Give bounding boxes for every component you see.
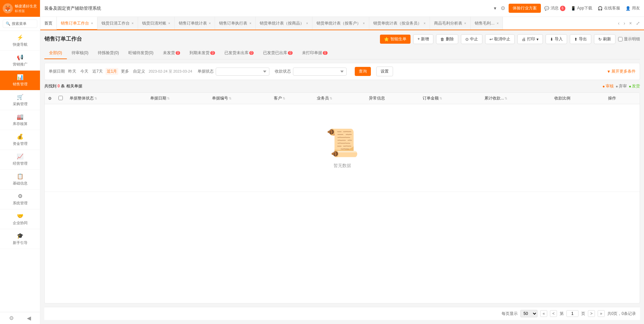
sidebar-item-enterprise[interactable]: 🤝企业协同	[0, 209, 40, 229]
sidebar-item-inventory[interactable]: 🏭库存核算	[0, 110, 40, 130]
th-collected-sortable[interactable]: 累计收款... ⇅	[484, 95, 548, 101]
tab-close-cash-reconcile[interactable]: ×	[168, 22, 170, 25]
subtab-wangpu-ship[interactable]: 旺铺待发货(0)	[124, 47, 158, 59]
sidebar-item-guide[interactable]: 🎓新手引导	[0, 229, 40, 249]
sidebar-item-sales[interactable]: 📊销售管理	[0, 71, 40, 90]
print-button[interactable]: 🖨 打印 ▾	[517, 34, 543, 44]
show-detail-checkbox[interactable]	[618, 37, 622, 41]
sidebar-item-system[interactable]: ⚙系统管理	[0, 190, 40, 209]
subtab-unshipped[interactable]: 未发货0	[158, 47, 185, 59]
status-select[interactable]	[216, 68, 269, 76]
date-btn-7days[interactable]: 近7天	[91, 68, 104, 75]
app-title-dropdown[interactable]: ▼	[493, 6, 497, 11]
first-page-button[interactable]: «	[540, 310, 547, 317]
th-customer-sortable[interactable]: 客户 ⇅	[274, 95, 310, 101]
sidebar-item-basic-info[interactable]: 📋基础信息	[0, 170, 40, 190]
date-btn-1month[interactable]: 近1月	[105, 68, 119, 75]
tab-sales-workbench[interactable]: 销售订单工作台×	[57, 17, 97, 30]
sidebar-item-quick-nav[interactable]: ⚡快捷导航	[0, 31, 40, 51]
th-staff-sortable[interactable]: 业务员 ⇅	[317, 95, 362, 101]
date-filter-label: 单据日期	[49, 69, 65, 74]
th-date-sortable[interactable]: 单据日期 ⇅	[150, 95, 205, 101]
subtab-unprinted[interactable]: 未打印单据0	[297, 47, 332, 59]
tab-sales-stats-product[interactable]: 销货单统计表（按商品）×	[256, 17, 312, 30]
refresh-button[interactable]: ↻ 刷新	[594, 34, 615, 44]
sidebar-item-purchase[interactable]: 🛒采购管理	[0, 90, 40, 110]
topbar-settings-icon[interactable]: ⚙	[501, 5, 505, 11]
smart-create-button[interactable]: ⭐ 智能生单	[380, 35, 411, 44]
tab-sales-more[interactable]: 销售毛利…×	[471, 17, 503, 30]
sidebar-item-finance[interactable]: 💰资金管理	[0, 130, 40, 150]
search-menu-button[interactable]: 🔍 搜索菜单	[3, 19, 37, 28]
tab-close-sales-stats[interactable]: ×	[209, 22, 211, 25]
th-amount-sortable[interactable]: 订单金额 ⇅	[423, 95, 478, 101]
industry-solution-button[interactable]: 体验行业方案	[509, 4, 541, 13]
payment-select[interactable]	[293, 68, 347, 76]
select-all-checkbox[interactable]	[58, 96, 63, 100]
online-service-item[interactable]: 🎧 在线客服	[598, 5, 620, 11]
sidebar-bottom: ⚙ ◀	[0, 312, 40, 324]
delete-button[interactable]: 🗑 删除	[436, 34, 458, 44]
message-item[interactable]: 💬 消息 6	[544, 5, 565, 11]
tab-profit-analysis[interactable]: 商品毛利分析表×	[430, 17, 471, 30]
ship-action-button[interactable]: ● 发货	[629, 83, 640, 89]
tab-close-sales-stats-staff[interactable]: ×	[424, 22, 426, 25]
subtab-pending-inspect[interactable]: 待拣验货(0)	[93, 47, 124, 59]
review-action-button[interactable]: ● 审核	[602, 83, 613, 89]
th-settings[interactable]: ⚙	[45, 93, 55, 104]
user-item[interactable]: 👤 用友	[626, 5, 640, 11]
last-page-button[interactable]: »	[598, 310, 605, 317]
subtab-all[interactable]: 全部(0)	[44, 47, 67, 59]
subtab-pending-review[interactable]: 待审核(0)	[67, 47, 93, 59]
tab-cash-reconcile[interactable]: 钱货日清对账×	[138, 17, 175, 30]
settings-filter-button[interactable]: 设置	[376, 67, 393, 76]
cancel-stop-button[interactable]: ↩ 取消中止	[485, 34, 515, 44]
tab-scroll-right-button[interactable]: ›	[622, 20, 627, 27]
date-btn-custom[interactable]: 自定义	[132, 68, 146, 75]
tab-close-all-button[interactable]: ×	[628, 20, 633, 27]
search-button[interactable]: 查询	[355, 67, 371, 76]
subtab-overdue-unshipped[interactable]: 到期未发货0	[185, 47, 220, 59]
tab-fullscreen-button[interactable]: ⤢	[635, 20, 641, 27]
tab-home[interactable]: 首页	[40, 17, 57, 30]
date-btn-today[interactable]: 今天	[79, 68, 90, 75]
tab-close-sales-workbench[interactable]: ×	[91, 22, 93, 25]
th-number: 单据编号 ⇅	[209, 93, 270, 104]
th-status-sortable[interactable]: 单据整体状态 ⇅	[70, 95, 143, 101]
th-number-sortable[interactable]: 单据编号 ⇅	[212, 95, 267, 101]
page-input[interactable]	[566, 310, 578, 317]
uncheck-action-button[interactable]: ● 弃审	[616, 83, 627, 89]
stop-button[interactable]: ⊙ 中止	[461, 34, 482, 44]
sidebar-item-marketing[interactable]: 📢营销推广	[0, 51, 40, 71]
tab-sales-stats-customer[interactable]: 销货单统计表（按客户）×	[312, 17, 369, 30]
expand-filter-button[interactable]: ▼ 展开更多条件	[607, 69, 636, 74]
export-button[interactable]: ⬆ 导出	[570, 34, 591, 44]
next-page-button[interactable]: >	[588, 310, 595, 317]
tab-close-sales-stats-customer[interactable]: ×	[363, 22, 365, 25]
th-checkbox[interactable]	[55, 93, 66, 104]
tab-scroll-left-button[interactable]: ‹	[616, 20, 621, 27]
tab-sales-stats[interactable]: 销售订单统计表×	[175, 17, 215, 30]
collapse-sidebar-button[interactable]: ◀	[27, 315, 31, 321]
subtab-shipped-no-out[interactable]: 已发货未出库0	[220, 47, 259, 59]
date-btn-more[interactable]: 更多	[120, 68, 130, 75]
date-btn-yesterday[interactable]: 昨天	[67, 68, 78, 75]
tab-close-sales-exec[interactable]: ×	[249, 22, 251, 25]
tab-sales-stats-staff[interactable]: 销货单统计表（按业务员）×	[369, 17, 430, 30]
import-button[interactable]: ⬇ 导入	[546, 34, 567, 44]
add-button[interactable]: + 新增	[413, 34, 433, 44]
show-detail-label[interactable]: 显示明细	[618, 36, 640, 42]
tab-close-sales-stats-product[interactable]: ×	[306, 22, 308, 25]
app-download-item[interactable]: 📱 App下载	[571, 5, 592, 11]
subtab-shipped-out[interactable]: 已发货已出库0	[258, 47, 297, 59]
tab-sales-exec[interactable]: 销售订单执行表×	[215, 17, 256, 30]
sidebar-item-operations[interactable]: 📈经营管理	[0, 150, 40, 170]
sales-icon: 📊	[17, 74, 24, 80]
tab-cash-daily[interactable]: 钱货日清工作台×	[97, 17, 138, 30]
tab-close-cash-daily[interactable]: ×	[132, 22, 134, 25]
settings-bottom-button[interactable]: ⚙	[9, 315, 14, 321]
tab-close-profit-analysis[interactable]: ×	[464, 22, 466, 25]
page-size-select[interactable]: 50 100	[520, 310, 538, 317]
tab-close-sales-more[interactable]: ×	[497, 22, 499, 25]
prev-page-button[interactable]: <	[550, 310, 557, 317]
